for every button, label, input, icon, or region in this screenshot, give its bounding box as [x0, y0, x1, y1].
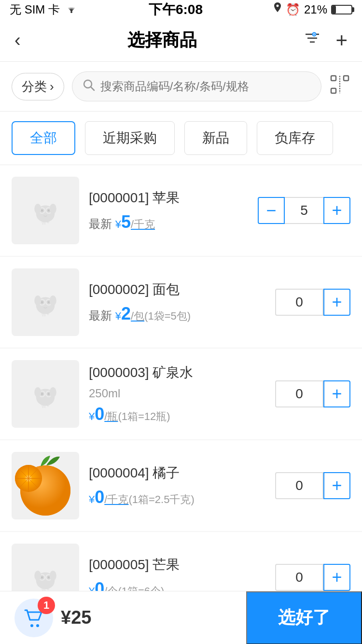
decrement-button[interactable]: − [258, 197, 285, 224]
filter-tabs: 全部 近期采购 新品 负库存 [0, 112, 362, 165]
cart-button[interactable]: 1 [14, 599, 53, 637]
increment-button[interactable]: + [323, 197, 350, 224]
price-prefix: ¥ [89, 410, 95, 422]
price-value: 0 [95, 487, 104, 507]
category-label: 分类 [22, 78, 47, 95]
svg-point-38 [48, 393, 50, 395]
svg-point-29 [34, 295, 41, 306]
quantity-input[interactable] [275, 472, 323, 499]
product-image [12, 452, 79, 519]
product-name: [0000005] 芒果 [89, 556, 265, 574]
price-info: (1箱=2.5千克) [128, 493, 194, 505]
svg-rect-9 [344, 76, 348, 81]
price-info: (1袋=5包) [144, 310, 191, 322]
svg-rect-8 [331, 76, 336, 81]
svg-point-39 [34, 387, 41, 397]
header-icons: + [304, 29, 348, 52]
quantity-input[interactable] [275, 289, 323, 316]
svg-point-0 [70, 11, 72, 13]
increment-button[interactable]: + [323, 472, 350, 499]
quantity-input[interactable] [275, 380, 323, 407]
svg-point-20 [50, 204, 56, 214]
price-value: 0 [95, 404, 104, 424]
list-item: 智+ [0000002] 面包 最新 ¥2/包(1袋=5包) + [0, 257, 362, 348]
product-name: [0000004] 橘子 [89, 464, 265, 482]
svg-point-27 [41, 301, 43, 303]
increment-button[interactable]: + [323, 380, 350, 407]
cart-section: 1 ¥25 [0, 599, 246, 637]
price-unit: /瓶 [104, 410, 118, 422]
svg-line-7 [91, 87, 94, 90]
battery-icon [331, 5, 352, 14]
svg-point-30 [50, 295, 56, 306]
status-time: 下午6:08 [149, 0, 203, 19]
category-arrow: › [50, 79, 54, 94]
scan-icon[interactable] [329, 74, 350, 99]
svg-point-17 [41, 210, 43, 211]
filter-icon[interactable] [304, 29, 321, 51]
product-price: ¥0/千克(1箱=2.5千克) [89, 487, 265, 507]
price-label: 最新 [89, 309, 112, 322]
product-info: [0000004] 橘子 ¥0/千克(1箱=2.5千克) [89, 464, 265, 507]
price-unit: /包 [131, 310, 144, 322]
bottom-bar: 1 ¥25 选好了 [0, 591, 362, 644]
status-right: ⏰ 21% [273, 2, 352, 17]
svg-point-58 [50, 571, 56, 581]
svg-text:智+: 智+ [41, 219, 49, 225]
svg-point-19 [34, 204, 41, 214]
search-icon [82, 78, 96, 95]
quantity-input[interactable] [275, 564, 323, 591]
product-price: 最新 ¥5/千克 [89, 212, 248, 232]
svg-point-5 [314, 34, 315, 35]
cart-badge: 1 [38, 597, 55, 614]
status-left: 无 SIM 卡 [10, 2, 78, 17]
svg-point-55 [41, 576, 43, 578]
quantity-input[interactable] [285, 197, 323, 224]
category-button[interactable]: 分类 › [12, 73, 64, 100]
increment-button[interactable]: + [323, 564, 350, 591]
quantity-control: + [275, 380, 350, 407]
svg-point-74 [36, 624, 39, 627]
product-info: [0000002] 面包 最新 ¥2/包(1袋=5包) [89, 280, 265, 324]
search-input[interactable] [100, 80, 311, 93]
price-label: 最新 [89, 217, 112, 230]
alarm-icon: ⏰ [286, 3, 300, 16]
svg-text:智+: 智+ [41, 403, 49, 408]
price-value: 5 [121, 212, 131, 232]
svg-rect-10 [331, 88, 336, 93]
svg-point-37 [41, 393, 43, 395]
price-prefix: ¥ [89, 493, 95, 505]
product-spec: 250ml [89, 387, 265, 400]
cart-total: ¥25 [61, 607, 91, 628]
tab-negative-stock[interactable]: 负库存 [257, 121, 333, 155]
tab-all[interactable]: 全部 [12, 121, 75, 155]
svg-point-28 [48, 301, 50, 303]
increment-button[interactable]: + [323, 289, 350, 316]
back-button[interactable]: ‹ [14, 30, 21, 51]
svg-point-40 [50, 387, 56, 397]
svg-point-57 [34, 571, 41, 581]
svg-point-73 [30, 624, 33, 627]
price-prefix: ¥ [115, 310, 121, 322]
quantity-control: + [275, 289, 350, 316]
svg-point-18 [48, 210, 50, 211]
header: ‹ 选择商品 + [0, 19, 362, 62]
tab-new[interactable]: 新品 [184, 121, 247, 155]
svg-text:智+: 智+ [41, 311, 49, 317]
price-prefix: ¥ [115, 218, 121, 230]
add-button[interactable]: + [335, 29, 348, 52]
product-name: [0000001] 苹果 [89, 189, 248, 207]
confirm-button[interactable]: 选好了 [246, 591, 362, 644]
location-icon [273, 2, 282, 17]
product-list: 智+ [0000001] 苹果 最新 ¥5/千克 − + [0, 165, 362, 644]
wifi-icon [65, 3, 78, 16]
tab-recent[interactable]: 近期采购 [85, 121, 175, 155]
product-image: 智+ [12, 360, 79, 428]
price-unit: /千克 [131, 218, 155, 230]
product-image: 智+ [12, 268, 79, 336]
list-item: [0000004] 橘子 ¥0/千克(1箱=2.5千克) + [0, 440, 362, 531]
quantity-control: + [275, 564, 350, 591]
search-box[interactable] [72, 71, 321, 101]
page-title: 选择商品 [127, 28, 197, 52]
product-name: [0000002] 面包 [89, 280, 265, 299]
